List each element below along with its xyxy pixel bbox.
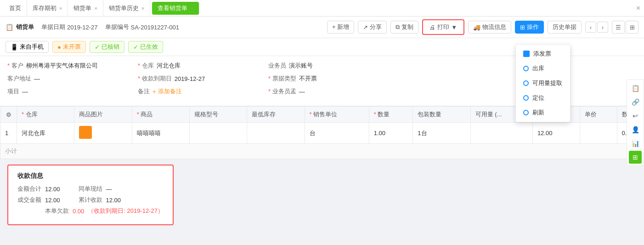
tab-inventory[interactable]: 库存期初 ×: [27, 0, 68, 17]
add-invoice-item[interactable]: 添发票: [516, 46, 570, 61]
warehouse-label: 仓库: [138, 62, 154, 70]
customer-label: 客户: [7, 62, 23, 70]
info-row-2: 成交金额 12.00 累计收款 12.00: [17, 196, 164, 204]
outbound-icon: [523, 66, 529, 71]
tab-view-sales-close[interactable]: ×: [190, 6, 193, 11]
operate-dropdown: 添发票 出库 可用量提取 定位 刷新: [515, 44, 571, 122]
next-arrow[interactable]: ›: [597, 22, 608, 33]
sidebar-icon-5[interactable]: 📊: [629, 137, 642, 150]
doc-icon: 📋: [6, 23, 13, 31]
remark-field: 备注 + 添加备注: [138, 87, 257, 96]
sidebar-icon-expand[interactable]: ⊞: [629, 151, 642, 164]
same-order-item: 同单现结 —: [79, 185, 112, 193]
sidebar-icon-4[interactable]: 👤: [629, 123, 642, 136]
tab-inventory-close[interactable]: ×: [59, 6, 62, 11]
th-spec: 规格型号: [189, 107, 247, 123]
tab-sales-history-close[interactable]: ×: [141, 6, 144, 11]
project-label: 项目: [7, 87, 19, 96]
tab-sales-label: 销货单: [73, 4, 91, 12]
row-spec: [189, 123, 247, 144]
add-note-btn[interactable]: + 添加备注: [153, 87, 182, 96]
nav-arrows: ‹ ›: [585, 22, 608, 33]
view-toggle: ☰ ⊞: [612, 21, 638, 34]
row-unit: 台: [305, 123, 369, 144]
locate-item[interactable]: 定位: [516, 91, 570, 105]
payment-date-field: 收款到期日 2019-12-27: [138, 74, 257, 83]
th-min-stock: 最低库存: [247, 107, 305, 123]
doc-date-value: 2019-12-27: [67, 24, 98, 31]
not-invoiced-btn[interactable]: ● 未开票: [52, 41, 86, 53]
balance-item: 本单欠款 0.00 （收款到期日: 2019-12-27）: [17, 207, 164, 215]
same-order-label: 同单现结: [79, 185, 102, 193]
subtotal-row: 小计: [0, 144, 644, 159]
row-price: [580, 123, 617, 144]
total-amount-label: 金额合计: [17, 185, 41, 193]
locate-icon: [523, 95, 529, 101]
row-warehouse: 河北仓库: [17, 123, 74, 144]
grid-view-btn[interactable]: ⊞: [626, 21, 638, 34]
salesperson-field: 业务员 演示账号: [268, 62, 388, 70]
invoice-type-field: 票据类型 不开票: [268, 74, 388, 83]
sidebar-icon-3[interactable]: ↩: [629, 109, 642, 122]
row-min-stock: [247, 123, 305, 144]
right-sidebar: 📋 🔗 ↩ 👤 📊 ⊞: [627, 80, 644, 166]
th-pack-qty: 包装数量: [413, 107, 470, 123]
doc-date-label: 单据日期 2019-12-27: [41, 23, 98, 31]
tab-sales-close[interactable]: ×: [94, 6, 97, 11]
sidebar-icon-2[interactable]: 🔗: [629, 96, 642, 108]
salesperson2-value: —: [299, 88, 305, 95]
prev-arrow[interactable]: ‹: [585, 22, 596, 33]
balance-note: （收款到期日: 2019-12-27）: [88, 207, 164, 215]
warehouse-field: 仓库 河北仓库: [138, 62, 257, 70]
th-gear[interactable]: ⚙: [0, 107, 17, 123]
invoice-icon: ●: [57, 44, 61, 51]
print-button[interactable]: 🖨 打印 ▼: [425, 21, 462, 33]
available-extract-label: 可用量提取: [532, 79, 562, 87]
tab-home[interactable]: 首页: [4, 0, 27, 17]
invoice-type-value: 不开票: [299, 74, 317, 83]
main-close-button[interactable]: ×: [636, 4, 640, 12]
tab-sales[interactable]: 销货单 ×: [68, 0, 103, 17]
new-button[interactable]: + 新增: [327, 21, 354, 34]
sidebar-icon-1[interactable]: 📋: [629, 82, 642, 95]
from-phone-btn[interactable]: 📱 来自手机: [6, 41, 49, 53]
operate-button[interactable]: ⊞ 操作: [515, 21, 544, 34]
cumulative-receipt-value: 12.00: [106, 197, 121, 204]
info-row-3: 本单欠款 0.00 （收款到期日: 2019-12-27）: [17, 207, 164, 215]
logistics-button[interactable]: 🚚 物流信息: [468, 21, 511, 34]
refresh-item[interactable]: 刷新: [516, 105, 570, 120]
row-pack-qty: 1台: [413, 123, 470, 144]
copy-button[interactable]: ⧉ 复制: [390, 21, 418, 34]
doc-title-area: 📋 销货单: [6, 23, 34, 31]
history-button[interactable]: 历史单据: [548, 21, 582, 34]
doc-meta: 单据日期 2019-12-27 单据编号 SA-20191227-001: [41, 23, 179, 31]
copy-icon: ⧉: [395, 23, 400, 31]
transaction-amount-label: 成交金额: [17, 196, 41, 204]
same-order-value: —: [106, 186, 112, 193]
add-invoice-label: 添发票: [533, 50, 551, 58]
product-image: [79, 126, 92, 139]
effective-btn[interactable]: ✓ 已生效: [128, 41, 163, 53]
address-field: 客户地址 —: [7, 74, 127, 83]
outbound-label: 出库: [532, 64, 544, 73]
list-view-btn[interactable]: ☰: [612, 21, 625, 34]
print-dropdown-arrow: ▼: [451, 24, 457, 31]
logistics-icon: 🚚: [473, 24, 480, 31]
tab-view-sales[interactable]: 查看销货单 ×: [152, 2, 199, 15]
available-extract-item[interactable]: 可用量提取: [516, 76, 570, 91]
operate-icon: ⊞: [520, 24, 525, 31]
cumulative-receipt-label: 累计收款: [79, 196, 102, 204]
outbound-item[interactable]: 出库: [516, 61, 570, 76]
share-button[interactable]: ↗ 分享: [358, 21, 387, 34]
verified-icon: ✓: [95, 44, 100, 51]
th-product: 商品: [132, 107, 189, 123]
project-field: 项目 —: [7, 87, 127, 96]
tab-sales-history[interactable]: 销货单历史 ×: [103, 0, 150, 17]
row-stock: 12.00: [532, 123, 580, 144]
tab-inventory-label: 库存期初: [33, 4, 56, 12]
verified-btn[interactable]: ✓ 已核销: [90, 41, 124, 53]
subtotal-label: 小计: [0, 144, 644, 159]
cumulative-receipt-item: 累计收款 12.00: [79, 196, 121, 204]
row-image: [74, 123, 132, 144]
doc-title-text: 销货单: [16, 23, 34, 31]
